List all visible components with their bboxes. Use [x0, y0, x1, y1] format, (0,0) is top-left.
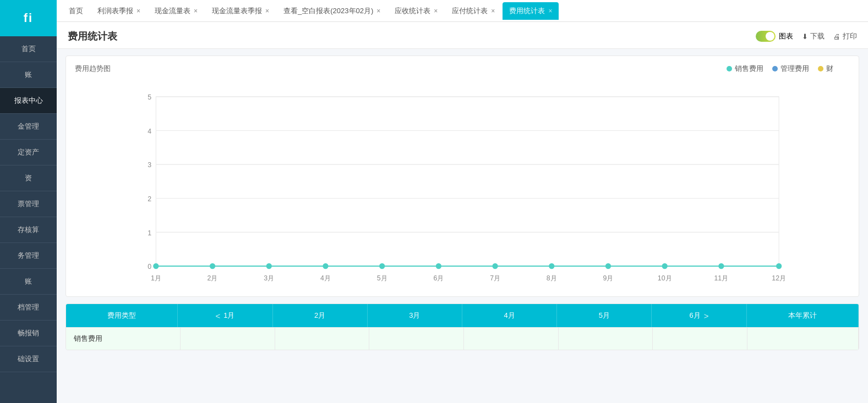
sidebar-item-inventory[interactable]: 存核算	[0, 217, 57, 243]
table-row: 销售费用	[66, 327, 859, 350]
tab-blank-report-close[interactable]: ×	[376, 7, 380, 15]
legend-sales-dot	[727, 66, 732, 71]
legend-admin: 管理费用	[772, 64, 809, 74]
sales-point-7	[492, 263, 498, 269]
svg-text:9月: 9月	[603, 274, 614, 282]
legend-admin-dot	[772, 66, 778, 71]
td-m2	[275, 328, 370, 350]
sales-point-12	[776, 263, 782, 269]
sales-point-9	[605, 263, 611, 269]
sales-point-2	[210, 263, 215, 269]
svg-text:1: 1	[148, 229, 151, 237]
tab-home-label: 首页	[69, 6, 83, 16]
sidebar-item-account[interactable]: 账	[0, 62, 57, 88]
tab-ap-stats-label: 应付统计表	[452, 6, 488, 16]
chart-toggle-wrap[interactable]: 图表	[756, 31, 793, 42]
tab-ar-stats[interactable]: 应收统计表 ×	[388, 2, 444, 20]
tab-ap-stats[interactable]: 应付统计表 ×	[445, 2, 501, 20]
tab-cashflow-quarterly-close[interactable]: ×	[265, 7, 269, 15]
sales-point-4	[323, 263, 328, 269]
th-type: 费用类型	[66, 304, 178, 327]
th-m4-label: 4月	[504, 311, 515, 321]
chart-svg: 5 4 3 2 1 0	[75, 78, 850, 287]
tab-ap-stats-close[interactable]: ×	[491, 7, 495, 15]
th-ytd-label: 本年累计	[788, 311, 817, 321]
chart-toggle-label: 图表	[779, 31, 793, 41]
th-m3: 3月	[368, 304, 462, 327]
table-section: 费用类型 < 1月 2月 3月 4月 5月	[65, 303, 859, 350]
print-label: 打印	[843, 31, 857, 41]
sidebar-item-invoice[interactable]: 票管理	[0, 191, 57, 217]
print-button[interactable]: 🖨 打印	[833, 31, 857, 41]
th-m5-label: 5月	[599, 311, 610, 321]
th-ytd: 本年累计	[747, 304, 859, 327]
svg-text:2月: 2月	[208, 274, 218, 282]
legend-finance-label: 财	[826, 64, 833, 74]
tab-bar: 首页 利润表季报 × 现金流量表 × 现金流量表季报 × 查看_空白报表(202…	[57, 0, 868, 22]
tab-cashflow-close[interactable]: ×	[194, 7, 198, 15]
sidebar-item-archive[interactable]: 档管理	[0, 295, 57, 321]
legend-finance-dot	[818, 66, 823, 71]
svg-text:3月: 3月	[264, 274, 274, 282]
sidebar-item-home[interactable]: 首页	[0, 36, 57, 62]
svg-text:4月: 4月	[320, 274, 331, 282]
sidebar-item-cash-mgmt[interactable]: 金管理	[0, 114, 57, 140]
download-icon: ⬇	[802, 32, 808, 41]
tab-home[interactable]: 首页	[62, 2, 90, 20]
th-next-nav[interactable]: >	[704, 311, 709, 321]
td-ytd	[747, 328, 859, 350]
tab-blank-report-label: 查看_空白报表(2023年02月)	[283, 6, 373, 16]
sales-point-1	[153, 263, 159, 269]
page-header: 费用统计表 图表 ⬇ 下载 🖨 打印	[57, 22, 868, 49]
svg-text:4: 4	[148, 128, 151, 135]
svg-text:3: 3	[148, 161, 151, 169]
table-header: 费用类型 < 1月 2月 3月 4月 5月	[66, 304, 859, 327]
sidebar-item-expense[interactable]: 畅报销	[0, 321, 57, 346]
sidebar: fi 首页 账 报表中心 金管理 定资产 资 票管理 存核算 务管理 账 档管理…	[0, 0, 57, 403]
print-icon: 🖨	[833, 32, 840, 41]
td-m6	[653, 328, 747, 350]
sales-point-11	[718, 263, 724, 269]
sales-point-10	[662, 263, 668, 269]
th-m6: 6月 >	[652, 304, 746, 327]
sidebar-item-fixed-assets[interactable]: 定资产	[0, 140, 57, 165]
svg-text:6月: 6月	[433, 274, 444, 282]
tab-profit-quarterly-close[interactable]: ×	[137, 7, 140, 15]
td-m3	[369, 328, 464, 350]
tab-blank-report[interactable]: 查看_空白报表(2023年02月) ×	[277, 2, 387, 20]
th-m3-label: 3月	[409, 311, 420, 321]
toggle-knob	[766, 32, 774, 41]
svg-rect-12	[156, 97, 779, 266]
tab-cashflow-quarterly-label: 现金流量表季报	[212, 6, 262, 16]
chart-toggle-switch[interactable]	[756, 31, 776, 42]
sidebar-item-service[interactable]: 务管理	[0, 243, 57, 269]
sales-point-8	[549, 263, 554, 269]
legend-sales: 销售费用	[727, 64, 763, 74]
th-m2: 2月	[273, 304, 368, 327]
th-m4: 4月	[462, 304, 557, 327]
tab-ar-stats-close[interactable]: ×	[434, 7, 438, 15]
tab-cashflow-label: 现金流量表	[155, 6, 190, 16]
sidebar-item-investment[interactable]: 资	[0, 165, 57, 191]
sales-point-3	[266, 263, 272, 269]
sidebar-item-ar[interactable]: 账	[0, 269, 57, 295]
sidebar-logo: fi	[0, 0, 57, 36]
sidebar-item-base-settings[interactable]: 础设置	[0, 346, 57, 372]
th-m1: < 1月	[178, 304, 272, 327]
tab-expense-stats[interactable]: 费用统计表 ×	[503, 2, 559, 20]
tab-cashflow-quarterly[interactable]: 现金流量表季报 ×	[205, 2, 276, 20]
td-m5	[559, 328, 653, 350]
tab-cashflow[interactable]: 现金流量表 ×	[148, 2, 204, 20]
chart-section: 费用趋势图 销售费用 管理费用 财	[65, 56, 859, 297]
legend-finance: 财	[818, 64, 833, 74]
content-area: 费用统计表 图表 ⬇ 下载 🖨 打印	[57, 22, 868, 403]
main-area: 首页 利润表季报 × 现金流量表 × 现金流量表季报 × 查看_空白报表(202…	[57, 0, 868, 403]
th-prev-nav[interactable]: <	[215, 311, 220, 321]
tab-expense-stats-close[interactable]: ×	[548, 7, 552, 15]
tab-profit-quarterly[interactable]: 利润表季报 ×	[91, 2, 147, 20]
legend-sales-label: 销售费用	[735, 64, 763, 74]
header-actions: 图表 ⬇ 下载 🖨 打印	[756, 31, 857, 42]
sidebar-item-report-center[interactable]: 报表中心	[0, 88, 57, 114]
svg-text:2: 2	[148, 195, 151, 203]
download-button[interactable]: ⬇ 下载	[802, 31, 825, 41]
